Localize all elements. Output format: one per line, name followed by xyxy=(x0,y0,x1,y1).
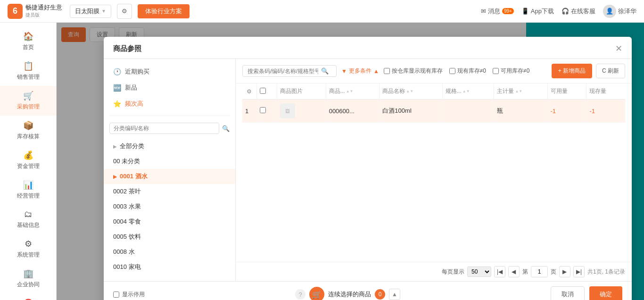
cat-0004[interactable]: 0004 零食 xyxy=(104,214,235,229)
cat-0005[interactable]: 0005 饮料 xyxy=(104,229,235,244)
sidebar-item-basic[interactable]: 🗂 基础信息 xyxy=(0,205,56,234)
cat-0002[interactable]: 0002 茶叶 xyxy=(104,184,235,199)
th-spec[interactable]: 规格... ▲▼ xyxy=(442,83,494,100)
table-row[interactable]: 1 🖼 xyxy=(242,100,625,123)
logo-area: 6 畅捷通好生意 捷员版 xyxy=(8,4,64,19)
cat-0008[interactable]: 0008 水 xyxy=(104,244,235,259)
page-size-select[interactable]: 50 10 20 100 xyxy=(467,267,491,277)
sidebar-item-finance[interactable]: 💰 资金管理 xyxy=(0,145,56,175)
cat-0010[interactable]: 0010 家电 xyxy=(104,259,235,275)
logo-icon: 6 xyxy=(8,4,23,19)
cat-00[interactable]: 00 未分类 xyxy=(104,154,235,169)
gear-icon: ⚙ xyxy=(122,8,127,15)
trial-button[interactable]: 体验行业方案 xyxy=(138,4,190,18)
collapse-footer-button[interactable]: ▲ xyxy=(389,289,400,300)
sidebar-item-system[interactable]: ⚙ 系统管理 xyxy=(0,234,56,264)
cb-available-stock-input[interactable] xyxy=(493,68,499,74)
sidebar-item-purchase[interactable]: 🛒 采购管理 xyxy=(0,86,56,116)
headset-icon: 🎧 xyxy=(561,8,569,15)
user-name: 徐泽华 xyxy=(618,7,636,16)
th-name[interactable]: 商品名称 ▲▼ xyxy=(380,83,442,100)
toolbar-right: + 新增商品 C 刷新 xyxy=(552,64,625,78)
page-number-input[interactable] xyxy=(531,266,548,277)
first-page-btn[interactable]: |◀ xyxy=(494,266,505,277)
cell-spec xyxy=(442,100,494,123)
store-selector[interactable]: 日太阳膜 ▼ xyxy=(70,5,111,18)
sidebar-label-business: 经营管理 xyxy=(17,192,40,200)
cb-current-stock-input[interactable] xyxy=(449,68,455,74)
avatar: 👤 xyxy=(603,5,616,18)
product-table: ⚙ 商品图片 xyxy=(242,83,625,123)
th-name-label: 商品名称 xyxy=(382,87,405,95)
show-disabled-input[interactable] xyxy=(113,292,119,298)
message-icon: ✉ xyxy=(481,8,486,15)
category-search-input[interactable] xyxy=(109,123,219,134)
business-icon: 📊 xyxy=(23,180,33,190)
cat-all[interactable]: ▶ 全部分类 xyxy=(104,139,235,154)
sidebar-item-guide[interactable]: 🎯 新手引导 xyxy=(0,293,56,300)
cb-available-stock[interactable]: 可用库存≠0 xyxy=(493,67,529,75)
recent-tab[interactable]: 🕐 近期购买 xyxy=(107,64,231,80)
service-item[interactable]: 🎧 在线客服 xyxy=(561,7,595,16)
page-size-label: 每页显示 xyxy=(442,268,464,276)
cart-icon-button[interactable]: 🛒 xyxy=(309,287,324,300)
gear-button[interactable]: ⚙ xyxy=(117,4,132,19)
search-submit-icon[interactable]: 🔍 xyxy=(321,67,329,75)
cell-img: 🖼 xyxy=(277,100,326,123)
sidebar-item-business[interactable]: 📊 经营管理 xyxy=(0,175,56,205)
new-product-tab[interactable]: 🆕 新品 xyxy=(107,80,231,96)
right-panel: 🔍 ▼ 更多条件 ▲ 按仓库显示现有库存 xyxy=(236,59,632,281)
settings-icon[interactable]: ⚙ xyxy=(247,88,252,95)
cb-current-stock-label: 现有库存≠0 xyxy=(457,67,486,75)
sort-arrows-name: ▲▼ xyxy=(406,89,413,93)
product-search-input[interactable] xyxy=(248,68,318,75)
right-toolbar: 🔍 ▼ 更多条件 ▲ 按仓库显示现有库存 xyxy=(236,59,632,83)
filter-icon: ▼ xyxy=(341,68,347,75)
help-icon[interactable]: ? xyxy=(295,289,305,300)
show-disabled-label: 显示停用 xyxy=(122,291,145,299)
th-unit[interactable]: 主计量 ▲▼ xyxy=(494,83,547,100)
last-page-btn[interactable]: ▶| xyxy=(573,266,585,277)
cat-0002-label: 0002 茶叶 xyxy=(113,187,141,196)
row-checkbox[interactable] xyxy=(260,107,266,113)
frequent-tab[interactable]: ⭐ 频次高 xyxy=(107,96,231,112)
next-page-btn[interactable]: ▶ xyxy=(559,266,570,277)
cat-0003-label: 0003 水果 xyxy=(113,202,141,211)
th-code[interactable]: 商品... ▲▼ xyxy=(326,83,380,100)
cell-stock: -1 xyxy=(586,100,625,123)
select-all-checkbox[interactable] xyxy=(260,88,266,94)
search-icon[interactable]: 🔍 xyxy=(222,125,230,132)
sidebar-item-corp[interactable]: 🏢 企业协同 xyxy=(0,264,56,293)
sidebar-item-sales[interactable]: 📋 销售管理 xyxy=(0,56,56,86)
new-icon: 🆕 xyxy=(113,84,121,92)
sidebar-item-inventory[interactable]: 📦 库存核算 xyxy=(0,116,56,145)
corp-icon: 🏢 xyxy=(23,268,33,279)
selected-count-badge: 0 xyxy=(375,289,385,300)
cat-0003[interactable]: 0003 水果 xyxy=(104,199,235,214)
cb-current-stock[interactable]: 现有库存≠0 xyxy=(449,67,486,75)
app-download-item[interactable]: 📱 App下载 xyxy=(521,7,554,16)
th-stock-label: 现存量 xyxy=(589,88,606,94)
cb-warehouse-stock-input[interactable] xyxy=(384,68,390,74)
cb-warehouse-stock[interactable]: 按仓库显示现有库存 xyxy=(384,67,443,75)
user-item[interactable]: 👤 徐泽华 xyxy=(603,5,636,18)
filter-button[interactable]: ▼ 更多条件 ▲ xyxy=(341,67,379,75)
show-disabled-checkbox[interactable]: 显示停用 xyxy=(113,291,145,299)
refresh-button[interactable]: C 刷新 xyxy=(596,64,625,78)
close-icon[interactable]: ✕ xyxy=(615,43,622,54)
th-stock: 现存量 xyxy=(586,83,625,100)
sidebar-item-home[interactable]: 🏠 首页 xyxy=(0,26,56,56)
checkbox-group: 按仓库显示现有库存 现有库存≠0 可用库存≠0 xyxy=(384,67,530,75)
basic-icon: 🗂 xyxy=(24,209,33,219)
sidebar-label-system: 系统管理 xyxy=(17,251,40,259)
confirm-button[interactable]: 确定 xyxy=(589,286,622,300)
prev-page-btn[interactable]: ◀ xyxy=(508,266,520,277)
page-word2: 页 xyxy=(551,268,556,276)
chevron-down-icon: ▼ xyxy=(101,8,106,14)
th-code-label: 商品... xyxy=(329,87,345,95)
cat-0008-label: 0008 水 xyxy=(113,248,135,256)
add-product-button[interactable]: + 新增商品 xyxy=(552,64,592,78)
cat-0001[interactable]: ▶ 0001 酒水 xyxy=(104,169,235,184)
message-item[interactable]: ✉ 消息 99+ xyxy=(481,7,514,16)
cancel-button[interactable]: 取消 xyxy=(551,286,585,300)
